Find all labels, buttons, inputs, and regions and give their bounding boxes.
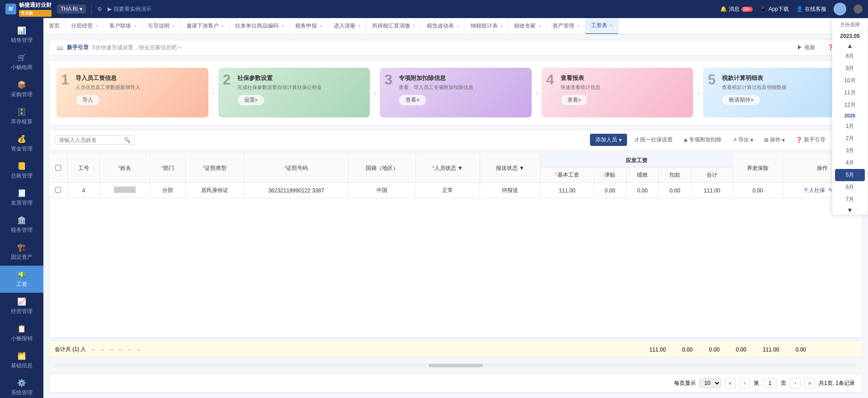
month-item-11[interactable]: 11月 (832, 87, 868, 99)
tab-partition[interactable]: 分层经营 × (66, 18, 104, 34)
tab-close-clearance[interactable]: × (358, 23, 361, 28)
sidebar-item-ledger[interactable]: 📒 总账管理 (0, 157, 43, 184)
month-item-3[interactable]: 3月 (832, 145, 868, 157)
month-item-8[interactable]: 8月 (832, 50, 868, 62)
step-title-5: 税款计算明细表 (709, 74, 849, 82)
sidebar-item-xiaochang[interactable]: 🛒 小畅电商 (0, 49, 43, 76)
video-btn[interactable]: ▶ 视频 (797, 44, 815, 52)
month-item-4[interactable]: 4月 (832, 157, 868, 169)
sidebar-item-basic[interactable]: 🗂️ 基础信息 (0, 347, 43, 374)
page-input[interactable] (763, 379, 777, 388)
first-page-btn[interactable]: « (725, 378, 736, 389)
month-item-6[interactable]: 6月 (832, 181, 868, 193)
step-btn-4[interactable]: 查看» (561, 94, 588, 106)
tab-product-code[interactable]: 往来单位商品编码 × (230, 18, 290, 34)
tab-guide[interactable]: 引导说明 × (142, 18, 181, 34)
sidebar-item-operation[interactable]: 📈 经营管理 (0, 293, 43, 320)
sidebar-item-system[interactable]: ⚙️ 系统管理 (0, 374, 43, 398)
month-item-5-active[interactable]: 5月 (835, 169, 865, 181)
add-person-button[interactable]: 添加人员 ▾ (590, 134, 627, 146)
month-item-7[interactable]: 7月 (832, 193, 868, 206)
social-set-btn[interactable]: ↺ 统一社保设置 (631, 134, 676, 145)
tab-close-tax-calc[interactable]: × (413, 23, 415, 28)
tab-close-tax-exempt[interactable]: × (457, 23, 459, 28)
tab-customer[interactable]: 客户联络 × (104, 18, 142, 34)
tab-label-customer: 客户联络 (109, 22, 131, 30)
tab-close-invite[interactable]: × (222, 23, 224, 28)
notification-btn[interactable]: 🔔 消息 99+ (720, 5, 753, 13)
month-nav-down-btn[interactable]: ▼ (847, 206, 853, 214)
tab-close-assets-mgmt[interactable]: × (577, 23, 580, 28)
sidebar-item-tax[interactable]: 🏛️ 税务管理 (0, 211, 43, 239)
sidebar-item-invoice[interactable]: 🧾 发票管理 (0, 184, 43, 211)
month-nav-up[interactable]: ▲ (847, 42, 853, 49)
tab-salary[interactable]: 工资表 × (585, 18, 618, 34)
month-item-10[interactable]: 10月 (832, 75, 868, 87)
scrollbar-thumb[interactable] (429, 364, 483, 367)
new-guide-btn[interactable]: ❓ 新手引导 (792, 134, 829, 145)
month-item-1[interactable]: 1月 (832, 120, 868, 132)
sidebar-item-finance[interactable]: 💰 资金管理 (0, 130, 43, 157)
export-btn[interactable]: ↗ 导出 ▾ (729, 134, 757, 145)
user-menu[interactable] (854, 5, 863, 14)
page-size-select[interactable]: 10 20 50 (699, 378, 721, 388)
app-download-btn[interactable]: 📱 App下载 (760, 5, 789, 13)
next-page-btn[interactable]: › (790, 378, 801, 389)
tab-home[interactable]: 首页 (43, 18, 66, 34)
tab-tax-expert[interactable]: 税收专家 × (509, 18, 547, 34)
sidebar-label-finance: 资金管理 (11, 145, 33, 153)
step-btn-2[interactable]: 设置» (237, 94, 265, 106)
tab-invite[interactable]: 邀请下游客户 × (181, 18, 230, 34)
tab-assets-mgmt[interactable]: 资产管理 × (547, 18, 585, 34)
row-basic-salary: 111.00 (541, 183, 594, 198)
row-select-checkbox[interactable] (55, 187, 61, 193)
th-report-status: 报送状态 ▼ (480, 154, 541, 183)
tab-close-salary[interactable]: × (610, 23, 613, 28)
settings-icon[interactable]: ⚙ (97, 6, 102, 12)
step-btn-5[interactable]: 敬请期待» (722, 94, 760, 106)
tab-close-customer[interactable]: × (134, 23, 137, 28)
search-input[interactable] (59, 137, 122, 143)
tab-close-tax-expert[interactable]: × (538, 23, 541, 28)
tab-clearance[interactable]: 进入清册 × (328, 18, 367, 34)
deduct-btn[interactable]: ◈ 专项附加扣除 (680, 134, 725, 145)
online-service-btn[interactable]: 👤 在线客服 (796, 5, 826, 13)
step-btn-1[interactable]: 导入 (75, 94, 100, 106)
step-btn-3[interactable]: 查看» (399, 94, 426, 106)
th-salary-group: 应发工资 (541, 154, 733, 168)
finance-icon: 💰 (17, 135, 26, 143)
search-icon[interactable]: 🔍 (124, 137, 131, 143)
demo-link[interactable]: ▶ 我要看实例演示 (108, 5, 151, 13)
tab-tax-exempt[interactable]: 税负波动表 × (421, 18, 465, 34)
filter-icon-report[interactable]: ▼ (519, 165, 524, 171)
company-name: THA Ri (61, 6, 78, 12)
horizontal-scrollbar[interactable] (54, 364, 857, 367)
company-selector[interactable]: THA Ri ▾ (57, 5, 86, 14)
tab-close-guide[interactable]: × (172, 23, 175, 28)
prev-page-btn[interactable]: ‹ (739, 378, 750, 389)
month-item-12[interactable]: 12月 (832, 99, 868, 111)
operate-btn[interactable]: ⊞ 操作 ▾ (760, 134, 788, 145)
month-item-9[interactable]: 9月 (832, 62, 868, 75)
filter-icon-status[interactable]: ▼ (458, 165, 463, 171)
action-social[interactable]: 个人社保 (803, 187, 825, 193)
sidebar-item-assets[interactable]: 🏗️ 固定资产 (0, 239, 43, 266)
tab-close-partition[interactable]: × (95, 23, 98, 28)
tab-close-product-code[interactable]: × (281, 23, 284, 28)
tab-close-tax-report[interactable]: × (320, 23, 322, 28)
sidebar-item-purchase[interactable]: 📦 采购管理 (0, 76, 43, 103)
footer-summary: 会计共 (1) 人 (55, 346, 86, 353)
tab-tax-stat[interactable]: 纳税统计表 × (465, 18, 509, 34)
user-avatar[interactable] (834, 3, 846, 15)
last-page-btn[interactable]: » (804, 378, 815, 389)
month-panel: 月份选择 2023.05 ▲ 8月 9月 10月 11月 12月 2025 1月… (832, 18, 868, 215)
tab-close-tax-stat[interactable]: × (500, 23, 503, 28)
month-item-2[interactable]: 2月 (832, 132, 868, 145)
tab-tax-report[interactable]: 税务申报 × (290, 18, 328, 34)
sidebar-item-report[interactable]: 📋 小畅报销 (0, 320, 43, 347)
sidebar-item-salary[interactable]: 💵 工资 (0, 266, 43, 293)
select-all-checkbox[interactable] (55, 165, 61, 171)
sidebar-item-inventory[interactable]: 🗄️ 库存核算 (0, 103, 43, 130)
sidebar-item-sales[interactable]: 📊 销售管理 (0, 22, 43, 49)
tab-tax-calc[interactable]: 所得税汇算清缴 × (367, 18, 421, 34)
